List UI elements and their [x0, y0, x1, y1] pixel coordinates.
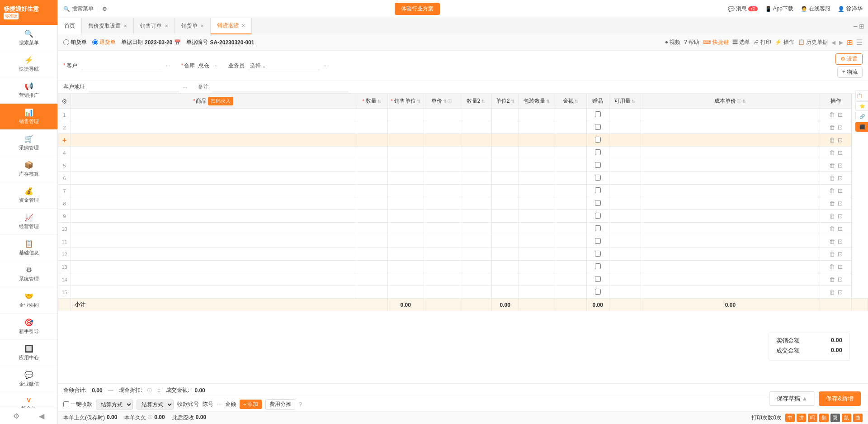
calc-select[interactable]: 结算方式	[137, 400, 174, 410]
sort-unit-icon[interactable]: ⇅	[417, 99, 420, 104]
help-btn[interactable]: ? 帮助	[684, 38, 699, 46]
pack-cell-14[interactable]	[519, 273, 555, 286]
tab-home[interactable]: 首页	[58, 18, 82, 34]
radio-return[interactable]: 退货单	[92, 38, 116, 46]
qty2-cell-4[interactable]	[460, 147, 491, 159]
gift-cell-6[interactable]	[586, 172, 609, 185]
topbar-online-service[interactable]: 🧑‍💼 在线客服	[801, 5, 830, 13]
qty2-cell-3[interactable]	[460, 134, 491, 147]
price-cell-3[interactable]	[424, 134, 460, 147]
unit-cell-1[interactable]	[387, 109, 424, 121]
pack-cell-12[interactable]	[519, 248, 555, 261]
amount-cell-4[interactable]	[555, 147, 586, 159]
copy-icon-15[interactable]: ⊡	[838, 289, 843, 295]
gift-cell-7[interactable]	[586, 185, 609, 197]
cost-cell-3[interactable]	[641, 134, 820, 147]
save-draft-btn[interactable]: 保存草稿 ▲	[769, 391, 816, 406]
amount-cell-13[interactable]	[555, 261, 586, 273]
sort-unit2-icon[interactable]: ⇅	[511, 99, 514, 104]
amount-cell-14[interactable]	[555, 273, 586, 286]
sort-amount-icon[interactable]: ⇅	[575, 99, 578, 104]
cost-cell-5[interactable]	[641, 159, 820, 172]
tool-ma[interactable]: 吗	[808, 414, 817, 422]
unit2-cell-14[interactable]	[491, 273, 519, 286]
sidebar-item-collab[interactable]: 🤝 企业协同	[0, 287, 57, 314]
topbar-messages[interactable]: 💬 消息 70	[728, 5, 758, 13]
sidebar-item-finance[interactable]: 💰 资金管理	[0, 182, 57, 209]
delete-icon-13[interactable]: 🗑	[829, 263, 835, 270]
sort-price-icon[interactable]: ⇅	[443, 99, 447, 104]
cost-cell-15[interactable]	[641, 286, 820, 299]
copy-icon-8[interactable]: ⊡	[838, 200, 843, 207]
copy-icon-7[interactable]: ⊡	[838, 187, 843, 194]
product-cell-10[interactable]	[71, 223, 356, 235]
collapse-icon[interactable]: ◀	[39, 412, 44, 420]
tool-zh[interactable]: 中	[785, 414, 795, 422]
topbar-search[interactable]: 🔍 搜索菜单	[63, 5, 94, 13]
unit-cell-13[interactable]	[387, 261, 424, 273]
sidebar-item-quicknav[interactable]: ⚡ 快捷导航	[0, 51, 57, 77]
customer-input[interactable]	[81, 62, 162, 70]
sidebar-item-sys[interactable]: ⚙ 系统管理	[0, 261, 57, 287]
copy-icon-6[interactable]: ⊡	[838, 175, 843, 181]
qty2-cell-8[interactable]	[460, 197, 491, 210]
add-btn[interactable]: + 添加	[240, 400, 262, 409]
operation-btn[interactable]: ⚡ 操作	[775, 38, 794, 46]
note-input[interactable]	[212, 83, 348, 91]
unit2-cell-6[interactable]	[491, 172, 519, 185]
qty-cell-15[interactable]	[356, 286, 387, 299]
tab-sales-return[interactable]: 销货退货 ✕	[211, 18, 252, 34]
expense-split-btn[interactable]: 费用分摊	[265, 399, 295, 410]
cost-cell-8[interactable]	[641, 197, 820, 210]
delete-icon-4[interactable]: 🗑	[829, 149, 835, 156]
qty2-cell-9[interactable]	[460, 210, 491, 223]
available-cell-10[interactable]	[609, 223, 641, 235]
gift-checkbox-9[interactable]	[595, 213, 601, 219]
cost-cell-14[interactable]	[641, 273, 820, 286]
amount-cell-7[interactable]	[555, 185, 586, 197]
amount-cell-2[interactable]	[555, 121, 586, 134]
cost-cell-10[interactable]	[641, 223, 820, 235]
copy-icon-4[interactable]: ⊡	[838, 149, 843, 156]
product-cell-7[interactable]	[71, 185, 356, 197]
copy-icon-1[interactable]: ⊡	[838, 111, 843, 118]
price-cell-2[interactable]	[424, 121, 460, 134]
pack-cell-13[interactable]	[519, 261, 555, 273]
product-cell-4[interactable]	[71, 147, 356, 159]
amount-cell-12[interactable]	[555, 248, 586, 261]
sidebar-item-base[interactable]: 📋 基础信息	[0, 235, 57, 261]
amount-cell-15[interactable]	[555, 286, 586, 299]
address-dots[interactable]: ···	[183, 84, 187, 91]
gift-checkbox-7[interactable]	[595, 187, 601, 193]
sort-pack-icon[interactable]: ⇅	[546, 99, 550, 104]
product-cell-12[interactable]	[71, 248, 356, 261]
unit2-cell-7[interactable]	[491, 185, 519, 197]
gift-checkbox-3[interactable]	[595, 137, 601, 143]
cost-cell-2[interactable]	[641, 121, 820, 134]
video-btn[interactable]: ● 视频	[665, 38, 681, 46]
calendar-icon[interactable]: 📅	[174, 39, 181, 46]
price-cell-15[interactable]	[424, 286, 460, 299]
gift-checkbox-10[interactable]	[595, 225, 601, 231]
cost-cell-9[interactable]	[641, 210, 820, 223]
pack-cell-9[interactable]	[519, 210, 555, 223]
pack-cell-3[interactable]	[519, 134, 555, 147]
qty-cell-12[interactable]	[356, 248, 387, 261]
gift-cell-15[interactable]	[586, 286, 609, 299]
delete-icon-9[interactable]: 🗑	[829, 213, 835, 219]
qty-cell-14[interactable]	[356, 273, 387, 286]
sidebar-item-member[interactable]: V 畅会员	[0, 392, 57, 408]
qty2-cell-5[interactable]	[460, 159, 491, 172]
cost-cell-13[interactable]	[641, 261, 820, 273]
gift-checkbox-12[interactable]	[595, 251, 601, 257]
tab-sales-delivery[interactable]: 销货单 ✕	[175, 18, 211, 34]
sidebar-item-purchase[interactable]: 🛒 采购管理	[0, 130, 57, 156]
product-cell-13[interactable]	[71, 261, 356, 273]
unit2-cell-1[interactable]	[491, 109, 519, 121]
qty2-cell-6[interactable]	[460, 172, 491, 185]
tab-sales-order[interactable]: 销售订单 ✕	[134, 18, 175, 34]
amount-cell-1[interactable]	[555, 109, 586, 121]
product-input-3[interactable]	[73, 137, 354, 143]
delete-icon-6[interactable]: 🗑	[829, 175, 835, 181]
settings-icon[interactable]: ⚙	[13, 412, 19, 420]
